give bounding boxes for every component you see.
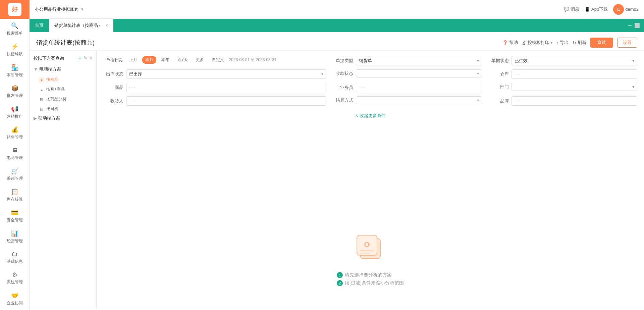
scheme-edit-icon[interactable]: ✎ (84, 55, 88, 61)
sidebar-item-wholesale[interactable]: 📦 批发管理 (0, 81, 29, 102)
date-btn-7days[interactable]: 近7天 (174, 56, 191, 64)
sidebar-item-system[interactable]: ⚙ 系统管理 (0, 268, 29, 289)
filter-out-status: 出库状态 已出库 ▾ (103, 69, 326, 79)
filter-date: 单据日期 上月 本月 本年 近7天 更多 自定义 2023-03-01 至 20… (103, 56, 326, 64)
sidebar-item-marketing[interactable]: 📢 营销推广 (0, 102, 29, 123)
settle-select[interactable]: ▾ (356, 96, 482, 104)
ecom-icon: 🖥 (12, 147, 18, 154)
tab-active[interactable]: 销货单统计表（按商品） × (49, 19, 113, 32)
filter-receiver: 收货人 ··· (103, 96, 326, 106)
doc-status-arrow-icon: ▾ (632, 58, 634, 63)
staff-dots: ··· (359, 85, 365, 91)
query-button[interactable]: 查询 (590, 38, 613, 48)
tab-home-label: 首页 (35, 22, 44, 29)
sidebar-item-retail[interactable]: 🏪 零售管理 (0, 60, 29, 81)
scheme-item-by-goods-category[interactable]: ▤ 按商品分类 (30, 94, 96, 104)
scheme-pc-label: 电脑端方案 (39, 66, 61, 72)
page-body: 销货单统计表(按商品) ❓ 帮助 🖨 按模板打印 ▾ ↑ 导出 ↻ 刷新 (30, 32, 644, 310)
print-label: 按模板打印 (528, 40, 549, 46)
tip-text-1: 请先选择要分析的方案 (345, 272, 392, 278)
filter-warehouse: 仓库 ··· (489, 69, 637, 79)
help-label: 帮助 (509, 40, 518, 46)
brand-input[interactable]: ··· (512, 96, 637, 106)
scheme-mobile-header[interactable]: ▶ 移动端方案 (34, 115, 92, 121)
scheme-sidebar: 按以下方案查询 + ✎ « ▼ 电脑端方案 ● 按商品 (30, 51, 97, 308)
sidebar-item-finance[interactable]: 💳 资金管理 (0, 206, 29, 226)
dept-select[interactable]: ▾ (512, 83, 637, 91)
setting-button[interactable]: 设置 (617, 38, 637, 48)
out-status-label: 出库状态 (103, 71, 123, 77)
sidebar-item-sales[interactable]: 💰 销售管理 (0, 123, 29, 144)
collapse-conditions-button[interactable]: ∧ 收起更多条件 (103, 110, 637, 121)
filter-row-2: 出库状态 已出库 ▾ 收款状态 (103, 69, 637, 79)
sidebar-item-inventory[interactable]: 📋 库存核算 (0, 185, 29, 206)
marketing-icon: 📢 (11, 105, 18, 113)
filter-row-4: 收货人 ··· 结算方式 (103, 96, 637, 106)
date-btn-this-year[interactable]: 本年 (158, 56, 172, 64)
sidebar-item-corp[interactable]: 🤝 企业协同 (0, 289, 29, 309)
window-minimize-icon[interactable]: ─ (628, 22, 632, 29)
staff-input[interactable]: ··· (356, 83, 482, 92)
export-button[interactable]: ↑ 导出 (556, 40, 569, 46)
scheme-item-icon: ● (39, 77, 44, 83)
scheme-item-by-cashier[interactable]: ▤ 按司机 (30, 104, 96, 114)
message-icon: 💬 (564, 7, 569, 12)
date-btn-more[interactable]: 更多 (193, 56, 207, 64)
sidebar-item-label: 零售管理 (7, 72, 23, 78)
payment-status-select[interactable]: ▾ (356, 69, 482, 78)
message-button[interactable]: 💬 消息 (564, 6, 579, 12)
print-arrow-icon: ▾ (551, 41, 552, 45)
doc-type-select[interactable]: 销货单 ▾ (356, 56, 482, 65)
sidebar-item-operation[interactable]: 📊 经营管理 (0, 226, 29, 247)
out-status-select[interactable]: 已出库 ▾ (126, 69, 326, 79)
help-button[interactable]: ❓ 帮助 (502, 40, 518, 46)
scheme-item-by-goods[interactable]: ● 按商品 (30, 75, 96, 85)
app-download-icon: 📱 (585, 7, 590, 12)
scheme-add-icon[interactable]: + (78, 55, 82, 61)
doc-type-label: 单据类型 (333, 58, 353, 64)
warehouse-input[interactable]: ··· (512, 69, 637, 79)
filter-doc-status: 单据状态 已生效 ▾ (489, 56, 637, 65)
date-btn-this-month[interactable]: 本月 (142, 56, 156, 64)
date-btn-last-month[interactable]: 上月 (126, 56, 140, 64)
goods-control: ··· (126, 83, 326, 92)
goods-input[interactable]: ··· (126, 83, 326, 92)
goods-label: 商品 (103, 85, 123, 91)
dept-arrow-icon: ▾ (632, 85, 634, 89)
tab-close-icon[interactable]: × (106, 23, 108, 28)
scheme-item-by-month-goods[interactable]: ≡ 按月+商品 (30, 85, 96, 94)
sidebar-item-ecom[interactable]: 🖥 电商管理 (0, 144, 29, 164)
user-profile[interactable]: E demo2 (613, 4, 639, 15)
print-button[interactable]: 🖨 按模板打印 ▾ (522, 40, 552, 46)
refresh-button[interactable]: ↻ 刷新 (573, 40, 586, 46)
retail-icon: 🏪 (11, 64, 18, 71)
scheme-header-actions: + ✎ « (78, 55, 92, 61)
sidebar-item-purchase[interactable]: 🛒 采购管理 (0, 164, 29, 185)
filter-brand: 品牌 ··· (489, 96, 637, 106)
system-icon: ⚙ (12, 271, 17, 278)
sidebar-item-shortcut[interactable]: ⚡ 快捷导航 (0, 40, 29, 60)
doc-status-label: 单据状态 (489, 58, 509, 64)
sidebar-item-label: 快捷导航 (7, 51, 23, 57)
svg-rect-4 (360, 250, 374, 251)
wholesale-icon: 📦 (11, 85, 18, 92)
scheme-pc-header[interactable]: ▼ 电脑端方案 (34, 65, 92, 73)
header-dropdown-icon[interactable]: ▾ (81, 7, 84, 12)
window-maximize-icon[interactable]: ⬜ (634, 23, 640, 28)
scheme-mobile-expand-icon: ▶ (34, 116, 37, 121)
date-btn-custom[interactable]: 自定义 (209, 56, 227, 64)
receiver-input[interactable]: ··· (126, 96, 326, 106)
doc-status-select[interactable]: 已生效 ▾ (512, 56, 637, 65)
scheme-item-icon: ≡ (39, 87, 44, 92)
app-download-button[interactable]: 📱 App下载 (585, 6, 608, 12)
refresh-label: 刷新 (578, 40, 586, 46)
sidebar-item-basic[interactable]: 🗂 基础信息 (0, 247, 29, 268)
avatar: E (613, 4, 624, 15)
scheme-collapse-icon[interactable]: « (90, 55, 92, 61)
scheme-pc-expand-icon: ▼ (34, 67, 38, 72)
tab-home[interactable]: 首页 (30, 19, 49, 32)
sidebar-item-search[interactable]: 🔍 搜索菜单 (0, 19, 29, 40)
finance-icon: 💳 (11, 209, 18, 216)
sidebar-menu: 🔍 搜索菜单 ⚡ 快捷导航 🏪 零售管理 📦 批发管理 📢 营销推广 💰 销售管… (0, 19, 29, 310)
doc-status-control: 已生效 ▾ (512, 56, 637, 65)
